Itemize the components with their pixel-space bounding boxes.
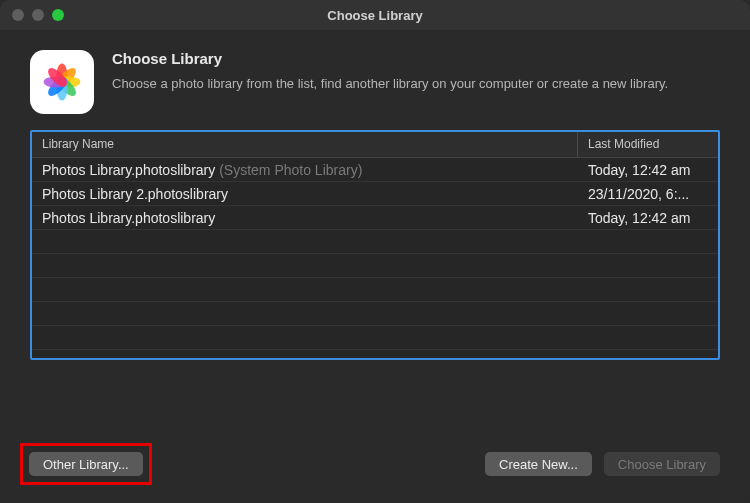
- library-name: Photos Library.photoslibrary (System Pho…: [32, 162, 578, 178]
- heading: Choose Library: [112, 50, 720, 67]
- other-library-button[interactable]: Other Library...: [29, 452, 143, 476]
- header-row: Choose Library Choose a photo library fr…: [30, 50, 720, 114]
- library-list: Library Name Last Modified Photos Librar…: [30, 130, 720, 360]
- maximize-icon[interactable]: [52, 9, 64, 21]
- list-item[interactable]: Photos Library.photoslibrary (System Pho…: [32, 158, 718, 182]
- list-item[interactable]: Photos Library 2.photoslibrary 23/11/202…: [32, 182, 718, 206]
- empty-row: [32, 254, 718, 278]
- minimize-icon[interactable]: [32, 9, 44, 21]
- library-modified: Today, 12:42 am: [578, 162, 718, 178]
- empty-row: [32, 230, 718, 254]
- list-header: Library Name Last Modified: [32, 132, 718, 158]
- choose-library-window: Choose Library: [0, 0, 750, 503]
- library-modified: 23/11/2020, 6:...: [578, 186, 718, 202]
- traffic-lights: [12, 9, 64, 21]
- content-area: Choose Library Choose a photo library fr…: [0, 30, 750, 503]
- list-body: Photos Library.photoslibrary (System Pho…: [32, 158, 718, 358]
- column-header-modified[interactable]: Last Modified: [578, 132, 718, 157]
- choose-library-button: Choose Library: [604, 452, 720, 476]
- highlight-annotation: Other Library...: [20, 443, 152, 485]
- header-text: Choose Library Choose a photo library fr…: [112, 50, 720, 114]
- library-name: Photos Library 2.photoslibrary: [32, 186, 578, 202]
- empty-row: [32, 302, 718, 326]
- window-title: Choose Library: [327, 8, 422, 23]
- library-modified: Today, 12:42 am: [578, 210, 718, 226]
- column-header-name[interactable]: Library Name: [32, 132, 578, 157]
- title-bar: Choose Library: [0, 0, 750, 30]
- button-row: Other Library... Create New... Choose Li…: [30, 403, 720, 485]
- right-buttons: Create New... Choose Library: [485, 452, 720, 476]
- create-new-button[interactable]: Create New...: [485, 452, 592, 476]
- photos-app-icon: [30, 50, 94, 114]
- description: Choose a photo library from the list, fi…: [112, 75, 720, 93]
- close-icon[interactable]: [12, 9, 24, 21]
- list-item[interactable]: Photos Library.photoslibrary Today, 12:4…: [32, 206, 718, 230]
- empty-row: [32, 326, 718, 350]
- library-name: Photos Library.photoslibrary: [32, 210, 578, 226]
- empty-row: [32, 278, 718, 302]
